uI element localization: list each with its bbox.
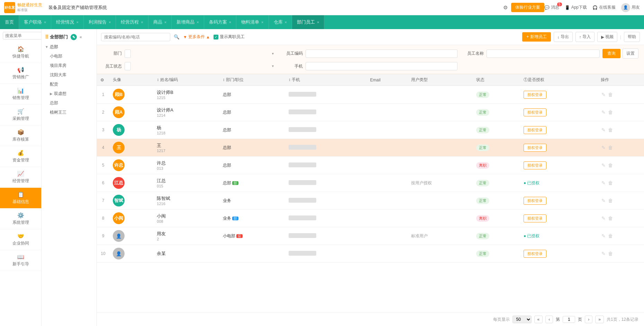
auth-login-btn[interactable]: 授权登录 <box>524 161 546 169</box>
edit-icon[interactable]: ✎ <box>601 215 606 221</box>
edit-icon[interactable]: ✎ <box>601 127 606 133</box>
delete-icon[interactable]: 🗑 <box>608 215 613 221</box>
th-phone[interactable]: ↕ 手机 <box>285 74 367 86</box>
sidebar-item-sales[interactable]: 📊 销售管理 <box>0 84 41 105</box>
dept-node-xiaodibu[interactable]: 小电部 <box>42 52 97 61</box>
edit-icon[interactable]: ✎ <box>601 92 606 97</box>
close-icon[interactable]: × <box>76 20 78 24</box>
edit-icon[interactable]: ✎ <box>601 251 606 256</box>
query-btn[interactable]: 查询 <box>602 49 620 58</box>
service-btn[interactable]: 🎧 在线客服 <box>592 5 616 10</box>
tab-department[interactable]: 部门员工× <box>292 15 324 29</box>
delete-icon[interactable]: 🗑 <box>608 198 613 203</box>
auth-login-btn[interactable]: 授权登录 <box>524 197 546 205</box>
delete-icon[interactable]: 🗑 <box>608 145 613 150</box>
sidebar-search-input[interactable] <box>3 32 42 39</box>
close-icon[interactable]: × <box>261 20 263 24</box>
export-btn[interactable]: ↓ 导出 <box>554 32 573 42</box>
sidebar-item-management[interactable]: 📈 经营管理 <box>0 167 41 188</box>
sidebar-item-basic[interactable]: 📋 基础信息 <box>0 188 41 209</box>
per-page-select[interactable]: 50 20 100 <box>513 316 532 323</box>
tab-bom[interactable]: 物料清单× <box>236 15 269 29</box>
tab-operation[interactable]: 经营情况× <box>51 15 83 29</box>
import-btn[interactable]: ↑ 导入 <box>575 32 595 42</box>
more-filter-btn[interactable]: ▼ 更多条件 ▲ <box>183 34 210 40</box>
user-area[interactable]: 👤 用友 <box>621 3 640 12</box>
dept-node-shenyang[interactable]: 沈阳大库 <box>42 70 97 80</box>
th-dept[interactable]: ↕ 部门/职位 <box>219 74 285 86</box>
name-input[interactable] <box>487 50 600 58</box>
close-icon[interactable]: × <box>141 20 143 24</box>
dept-node-peihuo[interactable]: 配货 <box>42 80 97 89</box>
dept-node-project[interactable]: 项目库房 <box>42 61 97 70</box>
phone-input[interactable] <box>306 62 457 70</box>
delete-icon[interactable]: 🗑 <box>608 109 613 115</box>
sidebar-item-finance[interactable]: 💰 资金管理 <box>0 146 41 167</box>
th-name[interactable]: ↕ 姓名/编码 <box>153 74 219 86</box>
auth-login-btn[interactable]: 授权登录 <box>524 108 546 116</box>
close-icon[interactable]: × <box>109 20 111 24</box>
tab-barcode[interactable]: 条码方案× <box>204 15 236 29</box>
tab-product[interactable]: 商品× <box>148 15 172 29</box>
next-page-btn[interactable]: › <box>585 316 592 323</box>
sidebar-item-collab[interactable]: 🤝 企业协同 <box>0 229 41 250</box>
reset-btn[interactable]: 设置 <box>623 49 638 59</box>
th-settings[interactable]: ⚙ <box>97 74 109 86</box>
status-select[interactable] <box>125 62 131 70</box>
edit-icon[interactable]: ✎ <box>601 180 606 186</box>
close-icon[interactable]: × <box>229 20 231 24</box>
app-download-btn[interactable]: 📱 App下载 <box>565 5 587 10</box>
auth-login-btn[interactable]: 授权登录 <box>524 91 546 99</box>
tab-new-product[interactable]: 新增商品× <box>172 15 204 29</box>
tab-customer[interactable]: 客户联络× <box>19 15 51 29</box>
auth-login-btn[interactable]: 授权登录 <box>524 214 546 222</box>
message-btn[interactable]: 💬 消息 5 <box>544 5 559 10</box>
view-btn[interactable]: ▶ 视频 <box>597 32 617 42</box>
auth-login-btn[interactable]: 授权登录 <box>524 126 546 134</box>
auth-login-btn[interactable]: 授权登录 <box>524 144 546 152</box>
prev-page-btn[interactable]: ‹ <box>545 316 553 323</box>
help-btn[interactable]: 帮助 <box>624 32 640 42</box>
edit-icon[interactable]: ✎ <box>601 233 606 239</box>
first-page-btn[interactable]: « <box>534 316 543 323</box>
dept-node-zhishu[interactable]: 植树王三 <box>42 108 97 117</box>
close-icon[interactable]: × <box>44 20 46 24</box>
delete-icon[interactable]: 🗑 <box>608 127 613 133</box>
experience-btn[interactable]: 体验行业方案 <box>511 3 544 12</box>
search-btn[interactable]: 🔍 <box>174 34 180 39</box>
auth-login-btn[interactable]: 授权登录 <box>524 250 546 258</box>
dept-edit-icon[interactable]: ✎ <box>71 34 77 40</box>
tab-home[interactable]: 首页 <box>0 15 19 29</box>
show-dimission-toggle[interactable]: ✓ 显示离职员工 <box>214 34 245 40</box>
add-employee-btn[interactable]: + 新增员工 <box>522 32 551 42</box>
delete-icon[interactable]: 🗑 <box>608 251 613 256</box>
page-input[interactable] <box>563 316 575 323</box>
sidebar-item-guide[interactable]: 📖 新手引导 <box>0 250 41 271</box>
last-page-btn[interactable]: » <box>595 316 604 323</box>
sidebar-item-system[interactable]: ⚙️ 系统管理 <box>0 209 41 229</box>
delete-icon[interactable]: 🗑 <box>608 162 613 168</box>
tab-warehouse[interactable]: 仓库× <box>269 15 292 29</box>
sidebar-item-shortcut[interactable]: 🏠 快捷导航 <box>0 42 41 63</box>
code-input[interactable] <box>306 50 457 58</box>
tab-profit[interactable]: 利润报告× <box>84 15 116 29</box>
close-icon[interactable]: × <box>285 20 287 24</box>
close-icon[interactable]: × <box>317 20 319 24</box>
tab-process[interactable]: 经营历程× <box>116 15 148 29</box>
delete-icon[interactable]: 🗑 <box>608 180 613 186</box>
sidebar-item-purchase[interactable]: 🛒 采购管理 <box>0 105 41 125</box>
dept-node-zongbu[interactable]: 总部 <box>42 98 97 108</box>
delete-icon[interactable]: 🗑 <box>608 233 613 239</box>
delete-icon[interactable]: 🗑 <box>608 92 613 97</box>
edit-icon[interactable]: ✎ <box>601 109 606 115</box>
search-input[interactable] <box>101 33 170 41</box>
close-icon[interactable]: × <box>164 20 166 24</box>
dept-select[interactable] <box>125 50 131 58</box>
dept-node-double[interactable]: ▶ 双虚想 <box>42 89 97 98</box>
edit-icon[interactable]: ✎ <box>601 162 606 168</box>
dept-node-root[interactable]: ▼ 总部 <box>42 42 97 52</box>
sidebar-item-inventory[interactable]: 📦 库存核算 <box>0 125 41 146</box>
gear-icon[interactable]: ⚙ <box>503 5 508 11</box>
edit-icon[interactable]: ✎ <box>601 198 606 203</box>
edit-icon[interactable]: ✎ <box>601 145 606 150</box>
